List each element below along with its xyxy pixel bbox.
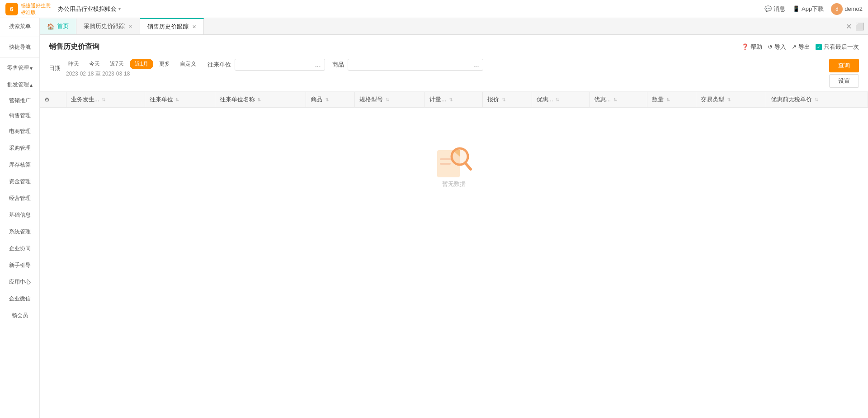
user-profile[interactable]: d demo2	[831, 3, 863, 15]
date-btn-1month[interactable]: 近1月	[130, 59, 154, 69]
sidebar-item-wechat[interactable]: 企业微信	[0, 290, 39, 307]
col-quoted-price[interactable]: 报价 ⇅	[483, 92, 532, 108]
top-bar-right: 💬 消息 📱 App下载 d demo2	[764, 3, 863, 15]
sidebar-item-appstore[interactable]: 应用中心	[0, 274, 39, 290]
col-trade-type[interactable]: 交易类型 ⇅	[696, 92, 766, 108]
only-last-label: 只看最后一次	[824, 43, 859, 51]
tab-purchase[interactable]: 采购历史价跟踪 ✕	[76, 19, 140, 34]
sort-arrows-partner-name: ⇅	[257, 97, 261, 102]
col-partner-name[interactable]: 往来单位名称 ⇅	[215, 92, 306, 108]
sidebar-item-retail-label: 零售管理	[7, 64, 29, 72]
sidebar-item-wholesale-label: 批发管理	[7, 81, 29, 89]
date-btn-custom[interactable]: 自定义	[176, 59, 200, 69]
page-header: 销售历史价查询 ❓ 帮助 ↺ 导入 ↗ 导出 ✓	[40, 35, 868, 55]
import-icon: ↺	[768, 43, 773, 50]
data-table: ⚙ 业务发生... ⇅ 往来单位 ⇅ 往来单位名称	[40, 92, 868, 108]
date-btn-today[interactable]: 今天	[85, 59, 104, 69]
sidebar-item-search[interactable]: 搜索菜单	[0, 18, 39, 35]
close-all-button[interactable]: ✕	[846, 22, 852, 31]
logo-area: 6 畅捷通好生意 标准版	[5, 2, 51, 15]
tab-sales-close[interactable]: ✕	[192, 24, 196, 30]
tab-purchase-label: 采购历史价跟踪	[84, 22, 125, 30]
col-settings[interactable]: ⚙	[40, 92, 66, 108]
empty-illustration	[434, 144, 474, 180]
export-button[interactable]: ↗ 导出	[792, 43, 810, 51]
only-last-checkbox[interactable]: ✓ 只看最后一次	[816, 43, 859, 51]
sidebar-item-wholesale[interactable]: 批发管理 ▴	[0, 76, 39, 93]
col-unit[interactable]: 计量... ⇅	[425, 92, 483, 108]
product-filter: 商品 ...	[332, 59, 483, 71]
logo-icon: 6	[5, 3, 18, 15]
tabs-right: ✕ ⬜	[846, 22, 868, 31]
product-picker-icon[interactable]: ...	[473, 61, 479, 69]
tab-purchase-close[interactable]: ✕	[128, 24, 132, 29]
sort-arrows-spec: ⇅	[386, 97, 389, 102]
content-area: 销售历史价查询 ❓ 帮助 ↺ 导入 ↗ 导出 ✓	[40, 35, 868, 418]
sidebar-item-collab[interactable]: 企业协同	[0, 240, 39, 257]
partner-label: 往来单位	[208, 61, 231, 69]
sidebar-item-sales-mgmt[interactable]: 销售管理	[0, 108, 39, 123]
sidebar-item-finance[interactable]: 资金管理	[0, 173, 39, 190]
date-btn-7days[interactable]: 近7天	[106, 59, 128, 69]
col-biz-date[interactable]: 业务发生... ⇅	[66, 92, 145, 108]
col-quoted-price-label: 报价	[487, 96, 499, 103]
tab-home[interactable]: 🏠 首页	[40, 19, 76, 34]
col-trade-type-label: 交易类型	[701, 96, 724, 103]
col-partner-code[interactable]: 往来单位 ⇅	[145, 92, 215, 108]
sort-arrows-biz-date: ⇅	[102, 97, 105, 102]
partner-filter: 往来单位 ...	[208, 59, 325, 71]
partner-input[interactable]: ...	[235, 59, 325, 71]
chevron-down-icon-retail: ▾	[30, 65, 33, 71]
col-discount2[interactable]: 优惠... ⇅	[590, 92, 647, 108]
sidebar-item-retail[interactable]: 零售管理 ▾	[0, 60, 39, 76]
sidebar-divider-2	[0, 57, 39, 58]
sort-arrows-pretax-price: ⇅	[815, 97, 818, 102]
settings-button[interactable]: 设置	[829, 74, 859, 88]
sidebar-item-ecommerce[interactable]: 电商管理	[0, 123, 39, 140]
col-pretax-price[interactable]: 优惠前无税单价 ⇅	[766, 92, 868, 108]
product-input-field[interactable]	[352, 62, 473, 68]
sidebar-item-purchase[interactable]: 采购管理	[0, 140, 39, 157]
date-btn-more[interactable]: 更多	[155, 59, 174, 69]
right-panel: 🏠 首页 采购历史价跟踪 ✕ 销售历史价跟踪 ✕ ✕ ⬜ 销售历史价查询	[40, 18, 868, 418]
product-input[interactable]: ...	[348, 59, 483, 71]
app-download-button[interactable]: 📱 App下载	[793, 5, 824, 13]
sidebar-item-system[interactable]: 系统管理	[0, 223, 39, 240]
help-button[interactable]: ❓ 帮助	[741, 43, 762, 51]
partner-picker-icon[interactable]: ...	[315, 61, 321, 69]
sidebar-item-vip[interactable]: 畅会员	[0, 307, 39, 324]
date-label: 日期	[49, 64, 61, 72]
col-discount1[interactable]: 优惠... ⇅	[532, 92, 590, 108]
date-btn-yesterday[interactable]: 昨天	[64, 59, 83, 69]
message-label: 消息	[774, 5, 785, 13]
top-bar: 6 畅捷通好生意 标准版 办公用品行业模拟账套 ▾ 💬 消息 📱 App下载 d…	[0, 0, 868, 18]
sidebar-item-marketing[interactable]: 营销推广	[0, 93, 39, 108]
col-quantity[interactable]: 数量 ⇅	[647, 92, 696, 108]
help-label: 帮助	[750, 43, 762, 51]
tab-sales[interactable]: 销售历史价跟踪 ✕	[140, 18, 204, 34]
export-label: 导出	[798, 43, 810, 51]
col-product[interactable]: 商品 ⇅	[306, 92, 355, 108]
sort-arrows-product: ⇅	[325, 97, 329, 102]
sidebar-divider	[0, 37, 39, 37]
top-bar-left: 6 畅捷通好生意 标准版 办公用品行业模拟账套 ▾	[5, 2, 124, 15]
maximize-button[interactable]: ⬜	[855, 22, 864, 31]
col-pretax-price-label: 优惠前无税单价	[771, 96, 812, 103]
sidebar-item-newbie[interactable]: 新手引导	[0, 257, 39, 274]
import-label: 导入	[774, 43, 786, 51]
sidebar-item-quick-nav[interactable]: 快捷导航	[0, 39, 39, 56]
query-button[interactable]: 查询	[829, 59, 859, 72]
partner-input-field[interactable]	[239, 62, 315, 68]
sidebar-item-ops[interactable]: 经营管理	[0, 190, 39, 207]
col-partner-code-label: 往来单位	[150, 96, 173, 103]
logo-text: 畅捷通好生意 标准版	[21, 2, 51, 15]
app-selector[interactable]: 办公用品行业模拟账套 ▾	[54, 3, 124, 15]
col-spec-label: 规格型号	[359, 96, 383, 103]
avatar: d	[831, 3, 843, 15]
message-button[interactable]: 💬 消息	[764, 5, 785, 13]
sort-arrows-unit: ⇅	[449, 97, 453, 102]
sidebar-item-basic[interactable]: 基础信息	[0, 207, 39, 223]
sidebar-item-inventory[interactable]: 库存核算	[0, 157, 39, 173]
col-spec[interactable]: 规格型号 ⇅	[355, 92, 425, 108]
import-button[interactable]: ↺ 导入	[768, 43, 786, 51]
